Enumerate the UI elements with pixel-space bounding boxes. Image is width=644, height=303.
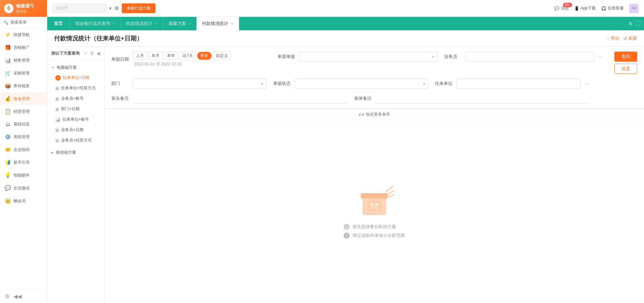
desktop-group-label: 电脑端方案 bbox=[57, 65, 77, 70]
tab-new-scheme-close[interactable]: × bbox=[189, 22, 191, 26]
header-note-input[interactable] bbox=[133, 93, 347, 103]
sidebar-item-wechat[interactable]: 💬 企业微信 bbox=[0, 182, 47, 194]
user-avatar[interactable]: Rit bbox=[629, 4, 639, 13]
department-label: 部门 bbox=[111, 81, 130, 87]
search-menu[interactable]: 🔍 搜索菜单 bbox=[0, 17, 47, 28]
inventory-icon: 📦 bbox=[5, 83, 11, 89]
scheme-item-unit-account[interactable]: 📊 往来单位+账号 bbox=[47, 114, 104, 125]
date-btn-this-year[interactable]: 本年 bbox=[164, 52, 178, 60]
sidebar-item-basic-info[interactable]: 🗂 基础信息 bbox=[0, 118, 47, 130]
trial-btn[interactable]: 体验行业方案 bbox=[122, 3, 155, 13]
settings-footer-icon[interactable]: ⚙ bbox=[5, 293, 9, 300]
tab-payment-stats[interactable]: 付款情况统计 × bbox=[197, 17, 239, 30]
desktop-group-title[interactable]: ▼ 电脑端方案 bbox=[47, 63, 104, 72]
salesperson-ellipsis[interactable]: ··· bbox=[597, 54, 604, 59]
sidebar-item-label: 经营管理 bbox=[13, 109, 30, 115]
mobile-scheme-group: ▶ 移动端方案 bbox=[47, 148, 104, 157]
scheme-item-label: 业务员+日期 bbox=[61, 127, 84, 133]
address-bar[interactable]: 地址栏 bbox=[53, 4, 107, 13]
scheme-item-salesman-account[interactable]: ▦ 业务员+账号 bbox=[47, 93, 104, 104]
export-label: 导出 bbox=[611, 35, 619, 41]
source-voucher-select[interactable]: ▾ bbox=[299, 52, 437, 62]
enterprise-icon: 🤝 bbox=[5, 147, 11, 153]
app-download-btn[interactable]: 📱 App下载 bbox=[574, 5, 596, 11]
sidebar-item-operations[interactable]: 📋 经营管理 bbox=[0, 105, 47, 118]
salesperson-select[interactable] bbox=[466, 52, 594, 62]
scheme-settings-icon[interactable]: ⚙ bbox=[90, 51, 94, 56]
counterpart-label: 往来单位 bbox=[435, 81, 454, 87]
online-support-btn[interactable]: 🎧 在线客服 bbox=[601, 5, 624, 11]
scheme-collapse-icon[interactable]: ◀ bbox=[96, 51, 100, 56]
voucher-status-label: 单据状态 bbox=[273, 81, 292, 87]
scheme-item-salesman-settle[interactable]: ▦ 业务员+结算方式 bbox=[47, 135, 104, 146]
voucher-date-label: 单据日期 bbox=[111, 56, 130, 62]
purchase-icon: 🛒 bbox=[5, 70, 11, 76]
sidebar-item-inventory[interactable]: 📦 库存核算 bbox=[0, 80, 47, 92]
scheme-add-icon[interactable]: ＋ bbox=[83, 50, 88, 56]
sidebar-item-purchase[interactable]: 🛒 采购管理 bbox=[0, 67, 47, 80]
export-btn[interactable]: ↑ 导出 bbox=[607, 35, 620, 41]
tab-home[interactable]: 首页 bbox=[47, 17, 70, 30]
tab-cash-flow[interactable]: 现金银行流水查询 × bbox=[70, 17, 121, 30]
sidebar-item-sales[interactable]: 📊 销售管理 bbox=[0, 54, 47, 67]
online-support-label: 在线客服 bbox=[608, 5, 624, 11]
sidebar-title-area: 畅捷通巧 标准版 bbox=[16, 3, 34, 14]
sidebar-item-system[interactable]: ⚙️ 系统管理 bbox=[0, 130, 47, 143]
sidebar-item-label: 销售管理 bbox=[13, 58, 30, 63]
svg-rect-7 bbox=[375, 203, 378, 206]
tab-collection-close[interactable]: × bbox=[155, 22, 157, 26]
sidebar-item-finance[interactable]: 💰 资金管理 bbox=[0, 92, 47, 105]
topbar-gear-icon[interactable]: ⚙ bbox=[114, 5, 119, 11]
sidebar-item-guide[interactable]: 🔰 新手引导 bbox=[0, 156, 47, 169]
filter-salesperson-item: 业务员 ··· bbox=[444, 52, 604, 62]
counterpart-select[interactable] bbox=[457, 79, 581, 89]
department-select[interactable]: ▾ bbox=[133, 79, 266, 89]
app-edition: 标准版 bbox=[16, 9, 34, 14]
scheme-item-unit-date[interactable]: ● 往来单位+日期 bbox=[47, 72, 104, 83]
empty-hint-1: 1 请先选择要分析的方案 bbox=[344, 224, 405, 230]
finance-icon: 💰 bbox=[5, 96, 11, 102]
date-btn-custom[interactable]: 自定义 bbox=[213, 52, 231, 60]
search-menu-label: 搜索菜单 bbox=[10, 20, 27, 25]
scheme-item-dept-date[interactable]: ▦ 部门+日期 bbox=[47, 104, 104, 114]
empty-hints: 1 请先选择要分析的方案 2 用过滤条件来缩小分析范围 bbox=[344, 224, 405, 239]
tab-cash-flow-close[interactable]: × bbox=[113, 22, 115, 26]
filter-row-1: 单据日期 上月 本月 本年 近7天 更多 自定义 2022-01-01 至 20… bbox=[111, 52, 637, 74]
sidebar-item-marketing[interactable]: 🎁 营销推广 bbox=[0, 41, 47, 54]
mobile-group-title[interactable]: ▶ 移动端方案 bbox=[47, 148, 104, 157]
scheme-item-unit-settle[interactable]: ▦ 往来单位+结算方式 bbox=[47, 83, 104, 93]
sidebar: 6 畅捷通巧 标准版 🔍 搜索菜单 ⚡ 快捷导航 🎁 营销推广 📊 销售管理 🛒… bbox=[0, 0, 47, 303]
tab-collection-stats[interactable]: 收款情况统计 × bbox=[121, 17, 163, 30]
scheme-item-salesman-date[interactable]: ▦ 业务员+日期 bbox=[47, 125, 104, 135]
collapse-sidebar-icon[interactable]: ◀◀ bbox=[13, 293, 22, 300]
sidebar-item-hardware[interactable]: 💡 智能硬件 bbox=[0, 169, 47, 182]
notifications-btn[interactable]: 💬 消息 99+ bbox=[554, 5, 569, 11]
address-dropdown-icon[interactable]: ▾ bbox=[109, 6, 112, 11]
date-btn-more[interactable]: 更多 bbox=[197, 52, 211, 60]
voucher-status-select[interactable]: ▾ bbox=[295, 79, 428, 89]
maximize-icon[interactable]: ⛶ bbox=[635, 21, 641, 27]
tab-payment-close[interactable]: × bbox=[231, 22, 233, 26]
sidebar-item-member[interactable]: 👑 畅会员 bbox=[0, 194, 47, 207]
date-btn-7days[interactable]: 近7天 bbox=[179, 52, 196, 60]
sidebar-item-quick-nav[interactable]: ⚡ 快捷导航 bbox=[0, 28, 47, 41]
scheme-item-label: 往来单位+结算方式 bbox=[61, 85, 96, 91]
settings-btn[interactable]: 设置 bbox=[614, 64, 637, 74]
date-options: 上月 本月 本年 近7天 更多 自定义 2022-01-01 至 2022-12… bbox=[133, 52, 271, 67]
header-note-label: 表头备注 bbox=[111, 95, 130, 101]
refresh-btn[interactable]: ↺ 刷新 bbox=[623, 35, 637, 41]
scheme-item-label: 往来单位+账号 bbox=[62, 117, 89, 122]
filter-counterpart-item: 往来单位 ··· bbox=[435, 79, 590, 89]
collapse-bar[interactable]: ∧∧ 收起更多条件 bbox=[105, 109, 644, 120]
close-tab-icon[interactable]: ✕ bbox=[628, 21, 633, 27]
member-icon: 👑 bbox=[5, 198, 11, 204]
date-btn-last-month[interactable]: 上月 bbox=[133, 52, 147, 60]
tab-new-scheme[interactable]: 新建方案 × bbox=[163, 17, 197, 30]
scheme-panel-title: 按以下方案查询 bbox=[51, 51, 80, 56]
query-btn[interactable]: 查询 bbox=[614, 52, 637, 62]
body-note-input[interactable] bbox=[376, 93, 590, 103]
sidebar-item-enterprise[interactable]: 🤝 企业协同 bbox=[0, 143, 47, 156]
hint-num-2: 2 bbox=[344, 233, 350, 239]
counterpart-ellipsis[interactable]: ··· bbox=[583, 81, 590, 86]
date-btn-this-month[interactable]: 本月 bbox=[148, 52, 163, 60]
